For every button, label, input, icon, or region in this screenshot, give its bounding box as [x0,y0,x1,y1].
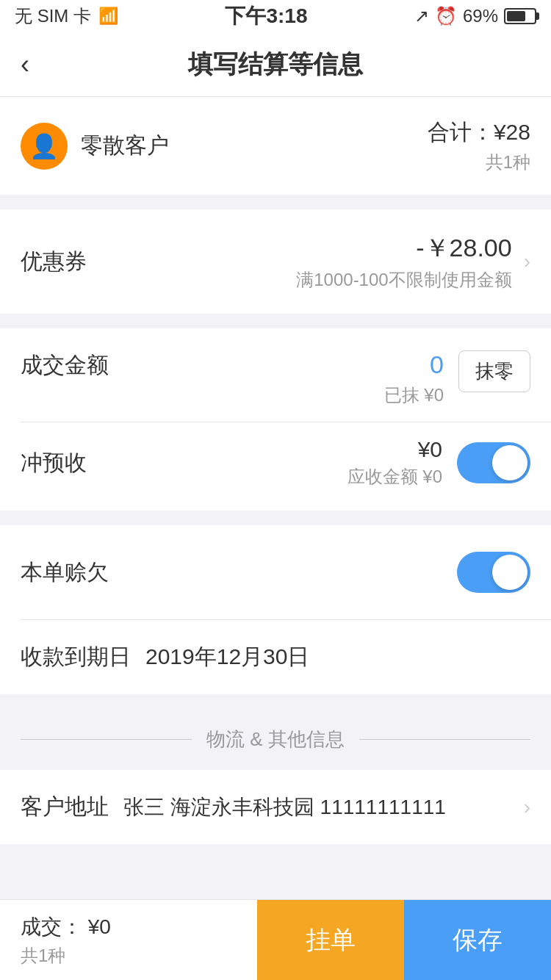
customer-section: 👤 零散客户 合计：¥28 共1种 [0,97,551,195]
debt-row: 本单赊欠 [0,525,551,619]
customer-left: 👤 零散客户 [21,123,169,170]
bottom-deal-row: 成交： ¥0 [21,913,237,941]
logistics-line-left [21,739,192,740]
debt-toggle-knob [492,555,527,590]
customer-name: 零散客户 [81,131,169,161]
save-button-label: 保存 [453,923,503,957]
bottom-bar: 成交： ¥0 共1种 挂单 保存 [0,899,551,980]
prepayment-label: 冲预收 [21,448,87,478]
battery-fill [507,11,525,21]
address-row[interactable]: 客户地址 张三 海淀永丰科技园 11111111111 › [0,770,551,844]
status-time: 下午3:18 [225,2,307,30]
coupon-chevron-icon: › [524,250,530,273]
address-label: 客户地址 [21,792,109,822]
coupon-section[interactable]: 优惠券 -￥28.00 满1000-100不限制使用金额 › [0,209,551,314]
debt-label: 本单赊欠 [21,558,109,588]
avatar: 👤 [21,123,68,170]
transaction-sub: 已抹 ¥0 [384,383,444,407]
bottom-deal-label: 成交： [21,915,82,938]
debt-section: 本单赊欠 收款到期日 2019年12月30日 [0,525,551,694]
due-date-label: 收款到期日 [21,642,131,672]
prepayment-toggle[interactable] [457,442,530,483]
coupon-label: 优惠券 [21,247,87,277]
page-title: 填写结算等信息 [188,48,363,82]
transaction-section: 成交金额 0 已抹 ¥0 抹零 冲预收 ¥0 应收金额 ¥0 [0,328,551,511]
coupon-right: -￥28.00 满1000-100不限制使用金额 › [296,231,530,292]
toggle-knob [492,445,527,480]
location-icon: ↗ [414,6,429,26]
address-section[interactable]: 客户地址 张三 海淀永丰科技园 11111111111 › [0,770,551,844]
customer-right: 合计：¥28 共1种 [428,118,530,174]
status-bar: 无 SIM 卡 📶 下午3:18 ↗ ⏰ 69% [0,0,551,32]
battery-percent: 69% [463,6,498,26]
carrier-text: 无 SIM 卡 [15,4,91,28]
address-chevron-icon: › [524,796,530,819]
divider-1 [0,195,551,209]
main-content: 👤 零散客户 合计：¥28 共1种 优惠券 -￥28.00 满1000-100不… [0,97,551,940]
save-button[interactable]: 保存 [404,900,551,981]
divider-2 [0,314,551,328]
hold-button[interactable]: 挂单 [257,900,404,981]
prepayment-sub: 应收金额 ¥0 [347,465,442,489]
prepayment-row: 冲预收 ¥0 应收金额 ¥0 [0,422,551,511]
battery-icon [504,8,536,24]
transaction-row: 成交金额 0 已抹 ¥0 抹零 [0,328,551,422]
alarm-icon: ⏰ [435,6,457,26]
debt-toggle[interactable] [457,552,530,593]
logistics-line-right [359,739,530,740]
due-date-value: 2019年12月30日 [145,642,309,672]
coupon-desc: 满1000-100不限制使用金额 [296,268,511,292]
bottom-count: 共1种 [21,944,237,968]
hold-button-label: 挂单 [306,923,356,957]
coupon-value-area: -￥28.00 满1000-100不限制使用金额 [296,231,511,292]
divider-4 [0,694,551,709]
transaction-value: 0 [384,350,444,379]
prepayment-right: ¥0 应收金额 ¥0 [347,437,530,489]
status-right: ↗ ⏰ 69% [414,6,536,26]
customer-row: 👤 零散客户 合计：¥28 共1种 [0,97,551,195]
divider-3 [0,511,551,525]
bottom-left: 成交： ¥0 共1种 [0,913,257,968]
logistics-header: 物流 & 其他信息 [0,709,551,770]
nav-bar: ‹ 填写结算等信息 [0,32,551,97]
status-left: 无 SIM 卡 📶 [15,4,118,28]
transaction-label: 成交金额 [21,350,109,381]
coupon-row[interactable]: 优惠券 -￥28.00 满1000-100不限制使用金额 › [0,209,551,314]
address-value: 张三 海淀永丰科技园 11111111111 [123,793,524,821]
transaction-right: 0 已抹 ¥0 抹零 [384,350,530,407]
due-date-row: 收款到期日 2019年12月30日 [0,620,551,694]
bottom-deal-value: ¥0 [88,915,111,938]
prepayment-value-area: ¥0 应收金额 ¥0 [347,437,442,489]
total-count: 共1种 [428,151,530,174]
total-amount: 合计：¥28 [428,118,530,148]
round-button[interactable]: 抹零 [458,350,530,392]
logistics-title: 物流 & 其他信息 [206,727,345,752]
transaction-value-area: 0 已抹 ¥0 [384,350,444,407]
back-button[interactable]: ‹ [21,49,29,80]
wifi-icon: 📶 [98,7,118,26]
coupon-amount: -￥28.00 [296,231,511,265]
prepayment-value: ¥0 [347,437,442,462]
avatar-icon: 👤 [29,132,59,160]
